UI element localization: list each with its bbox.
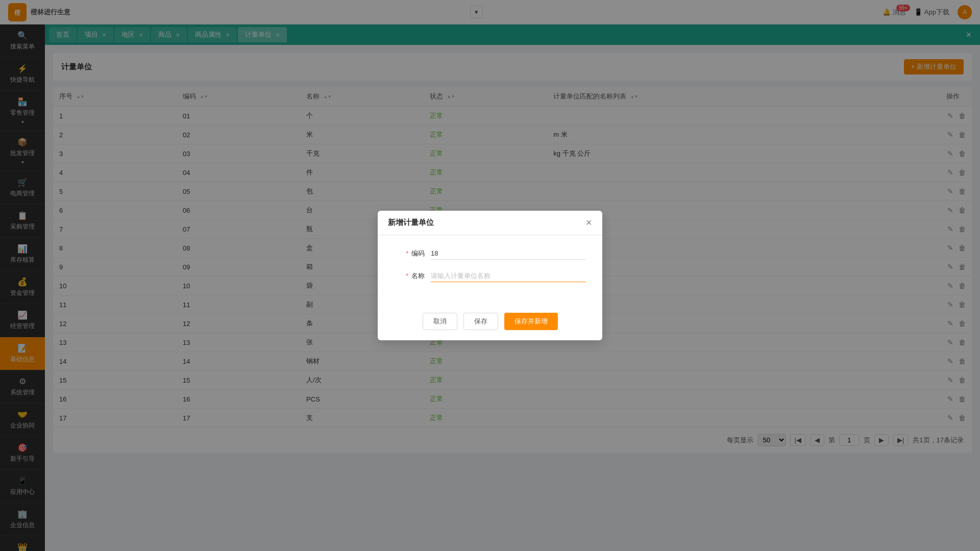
- modal-header: 新增计量单位 ✕: [378, 211, 602, 235]
- code-label: * 编码: [394, 249, 425, 258]
- code-input[interactable]: [431, 247, 586, 260]
- name-label: * 名称: [394, 271, 425, 281]
- code-required-star: *: [406, 249, 408, 257]
- name-required-star: *: [406, 272, 408, 280]
- modal-title: 新增计量单位: [388, 218, 434, 228]
- modal-body: * 编码 * 名称: [378, 235, 602, 305]
- cancel-button[interactable]: 取消: [423, 313, 457, 330]
- modal-footer: 取消 保存 保存并新增: [378, 305, 602, 340]
- modal-close-button[interactable]: ✕: [585, 219, 592, 227]
- name-form-row: * 名称: [394, 270, 586, 282]
- modal-overlay: 新增计量单位 ✕ * 编码 * 名称 取消 保存 保存并新增: [0, 0, 980, 551]
- add-unit-modal: 新增计量单位 ✕ * 编码 * 名称 取消 保存 保存并新增: [378, 211, 602, 340]
- save-and-new-button[interactable]: 保存并新增: [504, 313, 558, 330]
- code-form-row: * 编码: [394, 247, 586, 260]
- name-input[interactable]: [431, 270, 586, 282]
- save-button[interactable]: 保存: [463, 313, 498, 330]
